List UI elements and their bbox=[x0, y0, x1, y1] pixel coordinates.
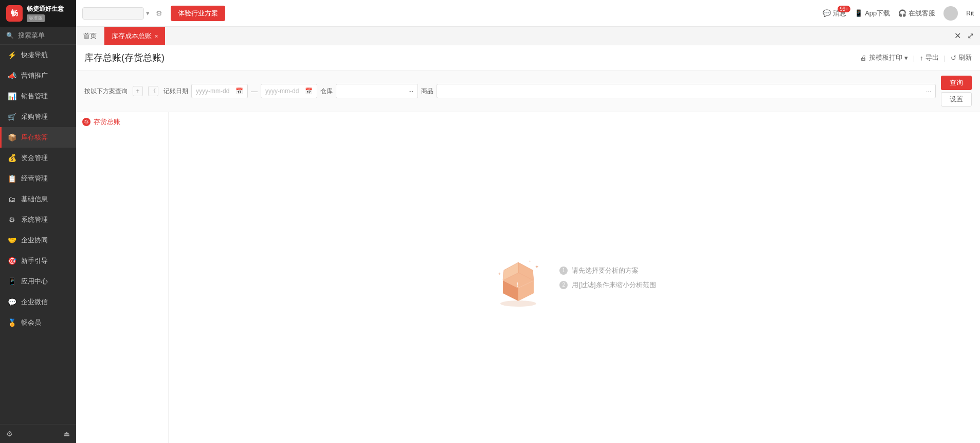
page-title: 库存总账(存货总账) bbox=[84, 51, 165, 64]
settings-button[interactable]: 设置 bbox=[941, 92, 972, 107]
topbar-left: ▾ ⚙ 体验行业方案 bbox=[82, 6, 823, 21]
sidebar-item-sales[interactable]: 📊 销售管理 bbox=[0, 86, 76, 107]
cooperation-icon: 🤝 bbox=[8, 236, 16, 244]
sidebar: 畅 畅捷通好生意 标准版 🔍 搜索菜单 ⚡ 快捷导航 📣 营销推广 📊 销售管理… bbox=[0, 0, 76, 443]
system-icon: ⚙ bbox=[8, 216, 16, 224]
sidebar-item-guide[interactable]: 🎯 新手引导 bbox=[0, 251, 76, 271]
scheme-panel: 存 存货总账 bbox=[76, 112, 169, 443]
sidebar-item-marketing[interactable]: 📣 营销推广 bbox=[0, 65, 76, 86]
query-button[interactable]: 查询 bbox=[941, 76, 972, 90]
export-action[interactable]: ↑ 导出 bbox=[920, 53, 939, 62]
sidebar-item-cooperation[interactable]: 🤝 企业协同 bbox=[0, 230, 76, 251]
trial-button[interactable]: 体验行业方案 bbox=[171, 6, 225, 21]
window-expand-icon[interactable]: ⤢ bbox=[965, 30, 976, 42]
page-header: 库存总账(存货总账) 🖨 按模板打印 ▾ | ↑ 导出 | ↺ 刷新 bbox=[76, 45, 980, 70]
warehouse-select[interactable]: ··· bbox=[336, 84, 418, 98]
empty-tip-1: 1 请先选择要分析的方案 bbox=[559, 266, 656, 275]
date-field-label: 记账日期 bbox=[164, 87, 188, 96]
filter-actions: 查询 设置 bbox=[941, 76, 972, 107]
logo-icon: 畅 bbox=[6, 5, 23, 22]
collapse-footer-icon[interactable]: ⏏ bbox=[63, 430, 70, 438]
tabbar: 首页 库存成本总账 × ✕ ⤢ bbox=[76, 27, 980, 45]
window-close-icon[interactable]: ✕ bbox=[952, 30, 963, 42]
sidebar-item-finance[interactable]: 💰 资金管理 bbox=[0, 148, 76, 168]
refresh-action[interactable]: ↺ 刷新 bbox=[951, 53, 972, 62]
gear-icon[interactable]: ⚙ bbox=[156, 9, 162, 17]
filter-close-button[interactable]: 《 bbox=[148, 86, 158, 96]
sidebar-item-member[interactable]: 🏅 畅会员 bbox=[0, 312, 76, 333]
empty-content: ! ✦ ✦ ✦ 1 请先选择要分析的方案 2 bbox=[493, 252, 656, 304]
logo-text: 畅捷通好生意 标准版 bbox=[27, 5, 64, 22]
svg-text:!: ! bbox=[516, 281, 518, 289]
scheme-item-inventory-ledger[interactable]: 存 存货总账 bbox=[76, 112, 168, 132]
purchase-icon: 🛒 bbox=[8, 113, 16, 121]
tab-close-icon[interactable]: × bbox=[155, 33, 158, 39]
headset-icon: 🎧 bbox=[898, 9, 906, 17]
goods-input[interactable]: ··· bbox=[437, 84, 936, 98]
breadcrumb-input[interactable] bbox=[82, 7, 144, 20]
tab-inventory-ledger[interactable]: 库存成本总账 × bbox=[104, 27, 165, 45]
page-content: 库存总账(存货总账) 🖨 按模板打印 ▾ | ↑ 导出 | ↺ 刷新 bbox=[76, 45, 980, 443]
tip-num-2: 2 bbox=[559, 281, 568, 289]
sidebar-item-apps[interactable]: 📱 应用中心 bbox=[0, 271, 76, 292]
content-area: 存 存货总账 bbox=[76, 112, 980, 443]
tab-home[interactable]: 首页 bbox=[76, 27, 104, 45]
date-separator: — bbox=[251, 87, 258, 95]
phone-icon: 📱 bbox=[855, 9, 863, 17]
svg-text:✦: ✦ bbox=[498, 272, 501, 276]
printer-icon: 🖨 bbox=[860, 54, 867, 62]
sidebar-item-purchase[interactable]: 🛒 采购管理 bbox=[0, 107, 76, 127]
main-content: ▾ ⚙ 体验行业方案 💬 消息 99+ 📱 App下载 🎧 在线客服 Rit bbox=[76, 0, 980, 443]
search-icon: 🔍 bbox=[6, 32, 14, 39]
tab-actions: ✕ ⤢ bbox=[952, 30, 980, 42]
refresh-icon: ↺ bbox=[951, 54, 956, 62]
empty-illustration: ! ✦ ✦ ✦ bbox=[493, 252, 544, 304]
sidebar-item-quick-nav[interactable]: ⚡ 快捷导航 bbox=[0, 45, 76, 65]
sidebar-item-inventory[interactable]: 📦 库存核算 bbox=[0, 127, 76, 148]
svg-point-0 bbox=[500, 300, 536, 307]
wechat-icon: 💬 bbox=[8, 298, 16, 306]
empty-tips: 1 请先选择要分析的方案 2 用[过滤]条件来缩小分析范围 bbox=[559, 266, 656, 290]
operation-icon: 📋 bbox=[8, 174, 16, 183]
message-icon: 💬 bbox=[823, 9, 831, 17]
topbar: ▾ ⚙ 体验行业方案 💬 消息 99+ 📱 App下载 🎧 在线客服 Rit bbox=[76, 0, 980, 27]
svg-text:✦: ✦ bbox=[529, 260, 531, 263]
filter-scheme-label: 按以下方案查询 bbox=[84, 87, 128, 96]
app-download-button[interactable]: 📱 App下载 bbox=[855, 9, 890, 18]
print-chevron-icon[interactable]: ▾ bbox=[904, 54, 908, 62]
settings-footer-icon[interactable]: ⚙ bbox=[6, 430, 13, 438]
empty-state: ! ✦ ✦ ✦ 1 请先选择要分析的方案 2 bbox=[169, 112, 980, 443]
quick-nav-icon: ⚡ bbox=[8, 51, 16, 59]
sidebar-search[interactable]: 🔍 搜索菜单 bbox=[0, 27, 76, 45]
date-start-input[interactable]: yyyy-mm-dd 📅 bbox=[191, 84, 248, 98]
sidebar-item-wechat[interactable]: 💬 企业微信 bbox=[0, 292, 76, 312]
app-logo: 畅 畅捷通好生意 标准版 bbox=[0, 0, 76, 27]
sidebar-item-system[interactable]: ⚙ 系统管理 bbox=[0, 209, 76, 230]
user-avatar[interactable] bbox=[943, 6, 958, 21]
filter-add-button[interactable]: + bbox=[133, 86, 143, 96]
sidebar-nav: ⚡ 快捷导航 📣 营销推广 📊 销售管理 🛒 采购管理 📦 库存核算 💰 资金管… bbox=[0, 45, 76, 424]
marketing-icon: 📣 bbox=[8, 72, 16, 80]
page-header-actions: 🖨 按模板打印 ▾ | ↑ 导出 | ↺ 刷新 bbox=[860, 53, 972, 62]
chevron-down-icon[interactable]: ▾ bbox=[146, 9, 150, 17]
warehouse-field-label: 仓库 bbox=[320, 87, 333, 96]
svg-text:✦: ✦ bbox=[535, 264, 539, 270]
sidebar-item-basics[interactable]: 🗂 基础信息 bbox=[0, 189, 76, 209]
date-end-input[interactable]: yyyy-mm-dd 📅 bbox=[261, 84, 317, 98]
basics-icon: 🗂 bbox=[8, 195, 16, 203]
finance-icon: 💰 bbox=[8, 154, 16, 162]
member-icon: 🏅 bbox=[8, 318, 16, 327]
warehouse-more-icon[interactable]: ··· bbox=[408, 87, 413, 95]
apps-icon: 📱 bbox=[8, 277, 16, 286]
print-action[interactable]: 🖨 按模板打印 ▾ bbox=[860, 53, 908, 62]
online-service-button[interactable]: 🎧 在线客服 bbox=[898, 9, 935, 18]
guide-icon: 🎯 bbox=[8, 257, 16, 265]
sidebar-item-operation[interactable]: 📋 经营管理 bbox=[0, 168, 76, 189]
message-button[interactable]: 💬 消息 99+ bbox=[823, 9, 846, 18]
goods-more-icon[interactable]: ··· bbox=[926, 87, 931, 95]
calendar-end-icon[interactable]: 📅 bbox=[305, 87, 313, 95]
calendar-start-icon[interactable]: 📅 bbox=[235, 87, 243, 95]
scheme-icon: 存 bbox=[82, 118, 90, 126]
inventory-icon: 📦 bbox=[8, 133, 16, 141]
sidebar-footer: ⚙ ⏏ bbox=[0, 424, 76, 443]
